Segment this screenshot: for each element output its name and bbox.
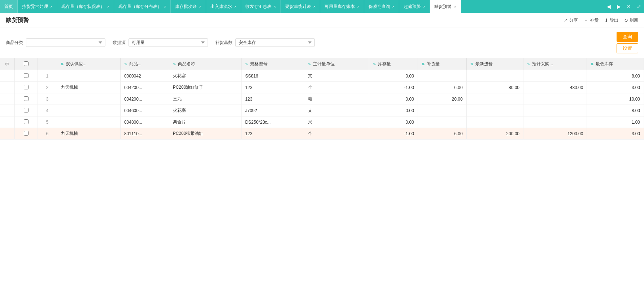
refresh-button[interactable]: ↻ 刷新 xyxy=(624,17,638,23)
row-checkbox[interactable] xyxy=(24,119,29,124)
category-select[interactable] xyxy=(26,38,105,47)
row-checkbox[interactable] xyxy=(24,131,29,136)
latest-price-column-header[interactable]: ⇅ 最新进价 xyxy=(466,58,523,70)
table-row: 4 004600... 火花塞 J7092 支 0.00 8.00 xyxy=(0,105,644,116)
row-checkbox[interactable] xyxy=(24,96,29,101)
tab-close-icon[interactable]: × xyxy=(107,4,109,9)
row-latest-price xyxy=(466,105,523,116)
tab-flow[interactable]: 出入库流水 × xyxy=(206,0,241,13)
tab-close-icon[interactable]: × xyxy=(50,4,52,9)
supplement-button[interactable]: ＋ 补货 xyxy=(584,17,599,24)
row-goods-name: 火花塞 xyxy=(169,105,241,116)
query-button[interactable]: 查询 xyxy=(617,32,638,42)
row-checkbox-cell[interactable] xyxy=(14,93,38,105)
main-content: 缺货预警 ↗ 分享 ＋ 补货 ⬇ 导出 ↻ 刷新 商品分类 xyxy=(0,13,644,287)
datasource-label: 数据源 xyxy=(113,40,126,46)
tab-close-icon[interactable]: × xyxy=(164,4,166,9)
tab-summary[interactable]: 收发存汇总表 × xyxy=(241,0,280,13)
settings-button[interactable]: 设置 xyxy=(617,43,638,53)
row-checkbox-cell[interactable] xyxy=(14,128,38,140)
tab-prev-button[interactable]: ◀ xyxy=(604,0,614,13)
supplement-filter-group: 补货基数 安全库存 最低库存 xyxy=(215,38,315,47)
header-actions: ↗ 分享 ＋ 补货 ⬇ 导出 ↻ 刷新 xyxy=(564,17,638,24)
supplement-label: 补货基数 xyxy=(215,40,232,46)
row-latest-price: 80.00 xyxy=(466,82,523,93)
row-checkbox-cell[interactable] xyxy=(14,82,38,93)
row-supplier xyxy=(57,93,120,105)
tab-stock1[interactable]: 现存量（库存状况表） × xyxy=(57,0,114,13)
tab-close-icon[interactable]: × xyxy=(199,4,201,9)
supplier-column-header[interactable]: ⇅ 默认供应... xyxy=(57,58,120,70)
tab-expiry[interactable]: 保质期查询 × xyxy=(364,0,399,13)
sort-icon: ⇅ xyxy=(61,62,64,66)
row-latest-price: 200.00 xyxy=(466,128,523,140)
row-checkbox-cell[interactable] xyxy=(14,116,38,128)
row-min-stock: 8.00 xyxy=(587,105,644,116)
row-checkbox[interactable] xyxy=(24,85,29,89)
tab-shortage[interactable]: 缺货预警 × xyxy=(430,0,461,13)
row-stock-qty: 0.00 xyxy=(369,105,418,116)
row-supplier: 力天机械 xyxy=(57,82,120,93)
tab-close-icon[interactable]: × xyxy=(423,4,425,9)
row-supplement-qty xyxy=(418,105,466,116)
row-supplement-qty xyxy=(418,116,466,128)
tab-requisition[interactable]: 要货单统计表 × xyxy=(281,0,320,13)
table-row: 1 0000042 火花塞 SS816 支 0.00 8.00 xyxy=(0,70,644,82)
row-supplier xyxy=(57,105,120,116)
estimated-purchase-column-header[interactable]: ⇅ 预计采购... xyxy=(523,58,587,70)
supplement-icon: ＋ xyxy=(584,17,588,24)
supplement-select[interactable]: 安全库存 最低库存 xyxy=(235,38,315,47)
datasource-select[interactable]: 可用量 库存量 xyxy=(129,38,208,47)
tab-close-all-button[interactable]: ✕ xyxy=(624,0,634,13)
row-unit: 支 xyxy=(304,105,369,116)
supplement-qty-column-header[interactable]: ⇅ 补货量 xyxy=(418,58,466,70)
tab-close-icon[interactable]: × xyxy=(274,4,276,9)
tab-expand-button[interactable]: ⤢ xyxy=(634,0,644,13)
tab-stock2[interactable]: 现存量（库存分布表） × xyxy=(114,0,171,13)
table-row: 2 力天机械 004200... PC200油缸缸子 123 个 -1.00 6… xyxy=(0,82,644,93)
spec-column-header[interactable]: ⇅ 规格型号 xyxy=(242,58,304,70)
tab-label: 首页 xyxy=(4,4,13,10)
goods-code-column-header[interactable]: ⇅ 商品... xyxy=(120,58,169,70)
unit-column-header[interactable]: ⇅ 主计量单位 xyxy=(304,58,369,70)
tab-picking[interactable]: 拣货异常处理 × xyxy=(18,0,57,13)
row-latest-price xyxy=(466,93,523,105)
row-checkbox-cell[interactable] xyxy=(14,70,38,82)
unit-col-label: 主计量单位 xyxy=(313,61,335,67)
tab-next-button[interactable]: ▶ xyxy=(614,0,624,13)
tab-close-icon[interactable]: × xyxy=(392,4,395,9)
tab-close-icon[interactable]: × xyxy=(454,4,456,9)
row-stock-qty: -1.00 xyxy=(369,128,418,140)
sort-icon: ⇅ xyxy=(373,62,376,66)
sort-icon: ⇅ xyxy=(470,62,473,66)
export-label: 导出 xyxy=(610,17,618,23)
row-checkbox[interactable] xyxy=(24,108,29,112)
share-button[interactable]: ↗ 分享 xyxy=(564,17,578,23)
row-goods-name: 火花塞 xyxy=(169,70,241,82)
row-goods-code: 004200... xyxy=(120,93,169,105)
row-number: 3 xyxy=(38,93,57,105)
row-spec: DS250*23c... xyxy=(242,116,304,128)
min-stock-column-header[interactable]: ⇅ 最低库存 xyxy=(587,58,644,70)
tab-batch[interactable]: 库存批次账 × xyxy=(171,0,206,13)
tab-available[interactable]: 可用量库存账本 × xyxy=(320,0,364,13)
row-supplement-qty: 20.00 xyxy=(418,93,466,105)
gear-column-header[interactable]: ⚙ xyxy=(0,58,14,70)
row-spec: 123 xyxy=(242,128,304,140)
tab-close-icon[interactable]: × xyxy=(313,4,316,9)
select-all-checkbox[interactable] xyxy=(24,61,29,66)
row-checkbox-cell[interactable] xyxy=(14,105,38,116)
stock-qty-column-header[interactable]: ⇅ 库存量 xyxy=(369,58,418,70)
tab-overstock[interactable]: 超储预警 × xyxy=(399,0,430,13)
sort-icon: ⇅ xyxy=(245,62,248,66)
goods-name-column-header[interactable]: ⇅ 商品名称 xyxy=(169,58,241,70)
tab-close-icon[interactable]: × xyxy=(357,4,359,9)
row-checkbox[interactable] xyxy=(24,73,29,78)
row-spec: J7092 xyxy=(242,105,304,116)
refresh-label: 刷新 xyxy=(630,17,638,23)
tab-label: 要货单统计表 xyxy=(285,4,311,10)
tab-close-icon[interactable]: × xyxy=(234,4,236,9)
row-unit: 支 xyxy=(304,70,369,82)
export-button[interactable]: ⬇ 导出 xyxy=(604,17,618,23)
tab-home[interactable]: 首页 xyxy=(0,0,18,13)
